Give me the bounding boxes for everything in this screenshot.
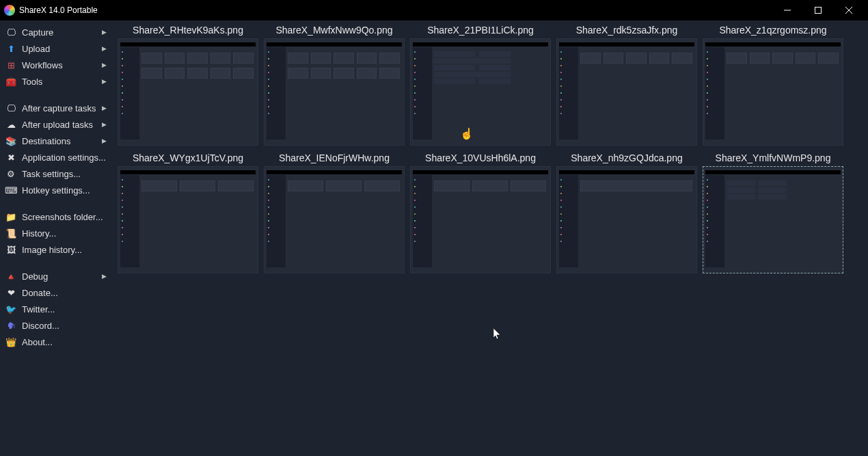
sidebar-item-image-history[interactable]: 🖼Image history... (0, 241, 112, 258)
thumbnail-label: ShareX_IENoFjrWHw.png (279, 152, 390, 163)
thumbnail-image[interactable] (118, 38, 258, 146)
thumbnail-image[interactable] (703, 166, 843, 273)
submenu-arrow-icon: ▶ (102, 78, 107, 85)
debug-icon: 🔺 (5, 271, 16, 282)
sidebar-item-label: Workflows (22, 60, 63, 70)
thumbnail-image[interactable] (556, 166, 697, 273)
window-title: ShareX 14.0 Portable (19, 5, 98, 15)
thumbnail-label: ShareX_nh9zGQJdca.png (571, 152, 682, 163)
thumbnail-label: ShareX_WYgx1UjTcV.png (133, 152, 243, 163)
thumbnail-image[interactable] (703, 38, 843, 146)
sidebar-item-label: About... (22, 337, 53, 347)
thumbnail-label: ShareX_MwfxNww9Qo.png (275, 25, 392, 36)
hotkey-settings-icon: ⌨ (5, 185, 16, 196)
destinations-icon: 📚 (5, 135, 16, 146)
thumbnail-item[interactable]: ShareX_10VUsHh6lA.png (410, 152, 551, 273)
image-history-icon: 🖼 (5, 244, 16, 255)
submenu-arrow-icon: ▶ (102, 121, 107, 128)
sidebar-item-label: Debug (22, 271, 48, 282)
thumbnail-image[interactable] (410, 166, 551, 273)
thumbnail-item[interactable]: ShareX_YmlfvNWmP9.png (703, 152, 843, 273)
thumbnail-label: ShareX_RHtevK9aKs.png (133, 25, 243, 36)
thumbnail-image[interactable] (118, 166, 258, 273)
thumbnail-item[interactable]: ShareX_RHtevK9aKs.png (118, 25, 258, 146)
sidebar-item-history[interactable]: 📜History... (0, 225, 112, 241)
sidebar-item-label: Application settings... (22, 152, 106, 163)
sidebar-item-label: Task settings... (22, 169, 81, 179)
thumbnail-image[interactable] (556, 38, 697, 146)
thumbnail-item[interactable]: ShareX_nh9zGQJdca.png (556, 152, 697, 273)
sidebar-item-donate[interactable]: ❤Donate... (0, 284, 112, 301)
thumbnail-image[interactable] (410, 38, 551, 146)
capture-icon: 🖵 (5, 27, 16, 38)
sidebar-item-debug[interactable]: 🔺Debug▶ (0, 268, 112, 284)
sidebar-item-application-settings[interactable]: ✖Application settings... (0, 149, 112, 165)
arrow-cursor-icon (493, 328, 502, 343)
sidebar-item-capture[interactable]: 🖵Capture▶ (0, 24, 112, 40)
thumbnail-image[interactable] (264, 38, 405, 146)
maximize-button[interactable] (802, 0, 833, 21)
sidebar-item-label: Destinations (22, 136, 71, 146)
sidebar-item-label: Tools (22, 77, 42, 87)
sidebar-item-label: History... (22, 228, 56, 239)
sidebar-item-about[interactable]: 👑About... (0, 334, 112, 350)
submenu-arrow-icon: ▶ (102, 45, 107, 52)
sidebar-item-label: Twitter... (22, 304, 55, 314)
sidebar-item-after-upload-tasks[interactable]: ☁After upload tasks▶ (0, 116, 112, 133)
screenshots-folder-icon: 📁 (5, 211, 16, 222)
submenu-arrow-icon: ▶ (102, 29, 107, 36)
titlebar: ShareX 14.0 Portable (0, 0, 868, 21)
task-settings-icon: ⚙ (5, 168, 16, 179)
after-capture-tasks-icon: 🖵 (5, 103, 16, 113)
thumbnail-label: ShareX_z1qzrgomsz.png (719, 25, 826, 36)
submenu-arrow-icon: ▶ (102, 62, 107, 68)
sidebar-item-label: Upload (22, 44, 50, 54)
svg-rect-0 (815, 8, 821, 14)
sidebar-item-tools[interactable]: 🧰Tools▶ (0, 73, 112, 90)
thumbnail-item[interactable]: ShareX_IENoFjrWHw.png (264, 152, 405, 273)
about-icon: 👑 (5, 336, 16, 347)
thumbnail-item[interactable]: ShareX_z1qzrgomsz.png (703, 25, 843, 146)
app-icon (4, 5, 15, 16)
after-upload-tasks-icon: ☁ (5, 119, 16, 130)
sidebar-item-label: After capture tasks (22, 103, 96, 113)
sidebar-item-label: Donate... (22, 288, 58, 298)
sidebar: 🖵Capture▶⬆Upload▶⊞Workflows▶🧰Tools▶🖵Afte… (0, 21, 112, 456)
sidebar-item-after-capture-tasks[interactable]: 🖵After capture tasks▶ (0, 100, 112, 116)
sidebar-item-label: Screenshots folder... (22, 212, 103, 222)
submenu-arrow-icon: ▶ (102, 105, 107, 111)
thumbnail-item[interactable]: ShareX_rdk5zsaJfx.png (556, 25, 697, 146)
close-button[interactable] (833, 0, 864, 21)
sidebar-item-discord[interactable]: 🗣Discord... (0, 317, 112, 334)
submenu-arrow-icon: ▶ (102, 273, 107, 280)
history-icon: 📜 (5, 228, 16, 239)
sidebar-item-label: Image history... (22, 245, 82, 255)
discord-icon: 🗣 (5, 320, 16, 331)
donate-icon: ❤ (5, 287, 16, 298)
sidebar-item-twitter[interactable]: 🐦Twitter... (0, 301, 112, 317)
thumbnail-item[interactable]: ShareX_MwfxNww9Qo.png (264, 25, 405, 146)
sidebar-item-label: Hotkey settings... (22, 185, 90, 196)
sidebar-item-screenshots-folder[interactable]: 📁Screenshots folder... (0, 209, 112, 225)
submenu-arrow-icon: ▶ (102, 137, 107, 144)
sidebar-item-workflows[interactable]: ⊞Workflows▶ (0, 57, 112, 73)
thumbnail-image[interactable] (264, 166, 405, 273)
sidebar-item-label: After upload tasks (22, 120, 93, 130)
sidebar-item-destinations[interactable]: 📚Destinations▶ (0, 133, 112, 149)
upload-icon: ⬆ (5, 43, 16, 54)
thumbnail-label: ShareX_YmlfvNWmP9.png (716, 152, 831, 163)
application-settings-icon: ✖ (5, 152, 16, 163)
sidebar-item-label: Capture (22, 27, 53, 38)
tools-icon: 🧰 (5, 76, 16, 87)
sidebar-item-upload[interactable]: ⬆Upload▶ (0, 40, 112, 57)
minimize-button[interactable] (772, 0, 802, 21)
content-area: ShareX_RHtevK9aKs.pngShareX_MwfxNww9Qo.p… (112, 21, 868, 456)
sidebar-item-hotkey-settings[interactable]: ⌨Hotkey settings... (0, 182, 112, 198)
thumbnail-item[interactable]: ShareX_21PBI1LiCk.png (410, 25, 551, 146)
sidebar-item-label: Discord... (22, 321, 59, 331)
thumbnail-grid: ShareX_RHtevK9aKs.pngShareX_MwfxNww9Qo.p… (118, 25, 863, 273)
thumbnail-item[interactable]: ShareX_WYgx1UjTcV.png (118, 152, 258, 273)
twitter-icon: 🐦 (5, 304, 16, 314)
thumbnail-label: ShareX_10VUsHh6lA.png (425, 152, 536, 163)
sidebar-item-task-settings[interactable]: ⚙Task settings... (0, 165, 112, 182)
